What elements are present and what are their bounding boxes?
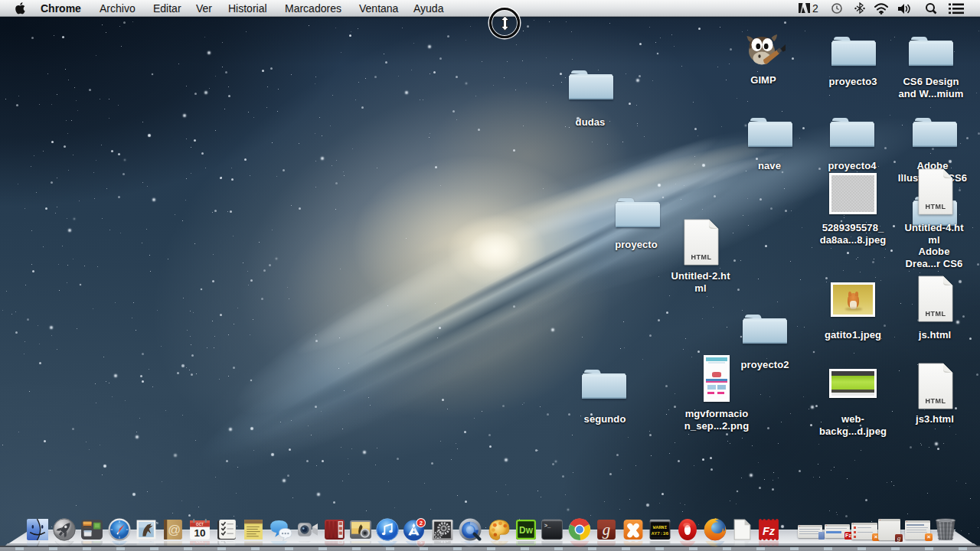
svg-text:g: g — [603, 521, 610, 539]
svg-text:>_: >_ — [544, 541, 551, 543]
svg-text:Fz: Fz — [763, 525, 776, 537]
svg-text:>_: >_ — [544, 523, 551, 529]
svg-text:@: @ — [168, 523, 181, 537]
svg-text:HTML: HTML — [926, 203, 946, 210]
svg-text:HTML: HTML — [691, 253, 712, 261]
svg-text:AY7:36: AY7:36 — [652, 531, 669, 536]
svg-text:OCT: OCT — [196, 541, 204, 543]
svg-text:@: @ — [168, 541, 181, 543]
svg-text:2: 2 — [420, 520, 423, 527]
svg-text:2: 2 — [420, 541, 423, 546]
svg-text:OCT: OCT — [196, 523, 204, 527]
svg-text:10: 10 — [194, 527, 206, 539]
svg-text:Dw: Dw — [519, 525, 534, 536]
svg-text:HTML: HTML — [926, 397, 946, 405]
svg-text:g: g — [603, 541, 610, 544]
svg-text:HTML: HTML — [926, 310, 946, 318]
svg-text:WARNI: WARNI — [653, 525, 668, 530]
